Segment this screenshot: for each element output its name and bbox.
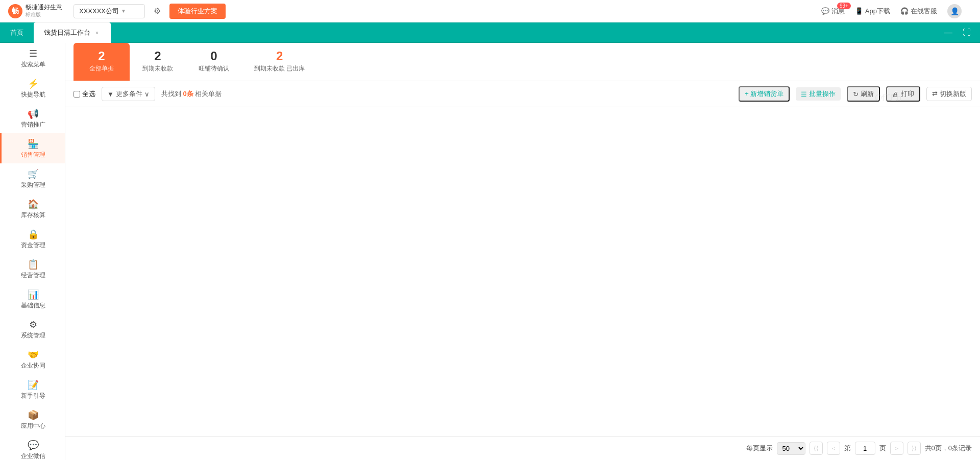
sidebar-item-inventory[interactable]: 🏠 库存核算: [0, 193, 65, 224]
message-badge: 99+: [837, 3, 851, 9]
sidebar-label-apps: 应用中心: [21, 422, 45, 430]
add-order-label: + 新增销货单: [745, 89, 783, 99]
sidebar-item-sales[interactable]: 🏪 销售管理: [0, 133, 65, 163]
tab-actions: — ⛶: [941, 26, 980, 40]
logo-icon: 畅: [8, 4, 22, 18]
sidebar-item-guide[interactable]: 📝 新手引导: [0, 374, 65, 404]
select-all-checkbox[interactable]: 全选: [74, 89, 95, 99]
message-icon: 💬: [821, 7, 829, 15]
stat-overdue-num: 2: [154, 49, 161, 63]
sidebar-label-quick-nav: 快捷导航: [21, 90, 45, 99]
toolbar: 全选 ▼ 更多条件 ∨ 共找到 0条 相关单据 + 新增销货单 ☰ 批量操作: [65, 81, 980, 107]
online-service-icon: 🎧: [900, 7, 909, 15]
trial-button[interactable]: 体验行业方案: [169, 4, 226, 19]
found-text: 共找到 0条 相关单据: [161, 89, 222, 99]
tab-bar: 首页 钱货日清工作台 × — ⛶: [0, 22, 980, 43]
refresh-label: 刷新: [861, 89, 874, 99]
stat-not-shipped-label: 到期未收款 已出库: [254, 64, 305, 73]
main-layout: ☰ 搜索菜单 ⚡ 快捷导航 📢 营销推广 🏪 销售管理 🛒 采购管理 🏠 库存核…: [0, 43, 980, 460]
top-right-area: 💬 消息 99+ 📱 App下载 🎧 在线客服 👤: [821, 4, 972, 18]
sidebar-item-basic-info[interactable]: 📊 基础信息: [0, 284, 65, 314]
empty-area: [65, 107, 980, 436]
sidebar-item-quick-nav[interactable]: ⚡ 快捷导航: [0, 73, 65, 103]
batch-operation-button[interactable]: ☰ 批量操作: [796, 87, 841, 101]
sidebar-item-search-menu[interactable]: ☰ 搜索菜单: [0, 43, 65, 73]
stat-wangpu-num: 0: [210, 49, 217, 63]
cooperation-icon: 🤝: [28, 350, 39, 359]
filter-label: 更多条件: [116, 89, 142, 99]
apps-icon: 📦: [28, 410, 39, 420]
tab-close-icon[interactable]: ×: [93, 29, 101, 36]
settings-button[interactable]: ⚙: [149, 3, 165, 19]
wechat-icon: 💬: [28, 441, 39, 450]
switch-label: 切换新版: [940, 90, 966, 98]
logo-line1: 畅捷通好生意: [26, 4, 62, 12]
logo-area: 畅 畅捷通好生意 标准版: [8, 4, 74, 19]
often-watermark: OfTEn: [875, 93, 901, 104]
filter-icon: ▼: [107, 90, 114, 98]
company-arrow-icon: ▼: [121, 8, 126, 14]
sidebar-item-operation[interactable]: 📋 经营管理: [0, 254, 65, 284]
sidebar-label-inventory: 库存核算: [21, 211, 45, 220]
sidebar-item-marketing[interactable]: 📢 营销推广: [0, 103, 65, 133]
stat-tab-all[interactable]: 2 全部单据: [74, 43, 130, 81]
filter-arrow-icon: ∨: [144, 90, 150, 98]
sidebar-item-cooperation[interactable]: 🤝 企业协同: [0, 344, 65, 374]
sales-icon: 🏪: [28, 139, 39, 149]
batch-label: 批量操作: [809, 89, 836, 99]
total-label: 共0页，0条记录: [925, 444, 972, 453]
page-last-button[interactable]: ⟩⟩: [908, 442, 921, 455]
sidebar-label-wechat: 企业微信: [21, 452, 45, 460]
app-download-label: App下载: [865, 7, 890, 16]
stat-all-num: 2: [98, 49, 105, 63]
tab-minimize-button[interactable]: —: [941, 26, 955, 40]
sidebar-item-finance[interactable]: 🔒 资金管理: [0, 224, 65, 254]
page-label: 第: [844, 444, 851, 453]
sidebar-item-wechat[interactable]: 💬 企业微信: [0, 434, 65, 460]
online-service-button[interactable]: 🎧 在线客服: [900, 7, 937, 16]
app-download-button[interactable]: 📱 App下载: [855, 7, 890, 16]
per-page-select[interactable]: 50 100 200: [777, 442, 805, 455]
sidebar-label-sales: 销售管理: [21, 151, 45, 159]
sidebar-label-search-menu: 搜索菜单: [21, 60, 45, 69]
select-all-label: 全选: [82, 89, 95, 99]
page-suffix: 页: [879, 444, 886, 453]
page-input[interactable]: [855, 442, 875, 455]
print-label: 打印: [901, 89, 914, 99]
marketing-icon: 📢: [28, 109, 39, 118]
sidebar-label-finance: 资金管理: [21, 241, 45, 250]
stat-tab-wangpu[interactable]: 0 旺铺待确认: [186, 43, 242, 81]
page-first-button[interactable]: ⟨⟨: [810, 442, 823, 455]
company-selector[interactable]: XXXXXX公司 ▼: [74, 4, 145, 18]
tab-home[interactable]: 首页: [0, 22, 34, 43]
tab-maximize-button[interactable]: ⛶: [960, 26, 974, 40]
stat-all-label: 全部单据: [89, 64, 114, 73]
basic-info-icon: 📊: [28, 290, 39, 299]
page-prev-button[interactable]: ＜: [827, 442, 840, 455]
guide-icon: 📝: [28, 380, 39, 390]
avatar[interactable]: 👤: [947, 4, 962, 18]
sidebar-item-system[interactable]: ⚙ 系统管理: [0, 314, 65, 344]
select-all-input[interactable]: [74, 91, 80, 98]
toolbar-right: + 新增销货单 ☰ 批量操作 ↻ 刷新 🖨 打印 ⇄ 切换新版: [739, 86, 972, 102]
message-button[interactable]: 💬 消息 99+: [821, 7, 845, 16]
page-next-button[interactable]: ＞: [890, 442, 903, 455]
top-bar: 畅 畅捷通好生意 标准版 XXXXXX公司 ▼ ⚙ 体验行业方案 💬 消息 99…: [0, 0, 980, 22]
filter-button[interactable]: ▼ 更多条件 ∨: [102, 87, 155, 101]
stat-overdue-label: 到期未收款: [142, 64, 173, 73]
batch-icon: ☰: [801, 90, 807, 98]
search-menu-icon: ☰: [29, 49, 37, 58]
sidebar-item-apps[interactable]: 📦 应用中心: [0, 404, 65, 434]
sidebar-label-basic-info: 基础信息: [21, 301, 45, 310]
switch-version-button[interactable]: ⇄ 切换新版: [926, 87, 972, 101]
tab-home-label: 首页: [10, 28, 23, 37]
found-count: 0条: [183, 90, 193, 98]
stat-tab-overdue[interactable]: 2 到期未收款: [130, 43, 186, 81]
tab-cash-daily[interactable]: 钱货日清工作台 ×: [34, 22, 111, 43]
found-prefix: 共找到: [161, 90, 181, 98]
stat-tab-not-shipped[interactable]: 2 到期未收款 已出库: [242, 43, 317, 81]
sidebar-item-purchase[interactable]: 🛒 采购管理: [0, 163, 65, 193]
online-service-label: 在线客服: [911, 7, 937, 16]
purchase-icon: 🛒: [28, 170, 39, 179]
add-order-button[interactable]: + 新增销货单: [739, 86, 790, 102]
